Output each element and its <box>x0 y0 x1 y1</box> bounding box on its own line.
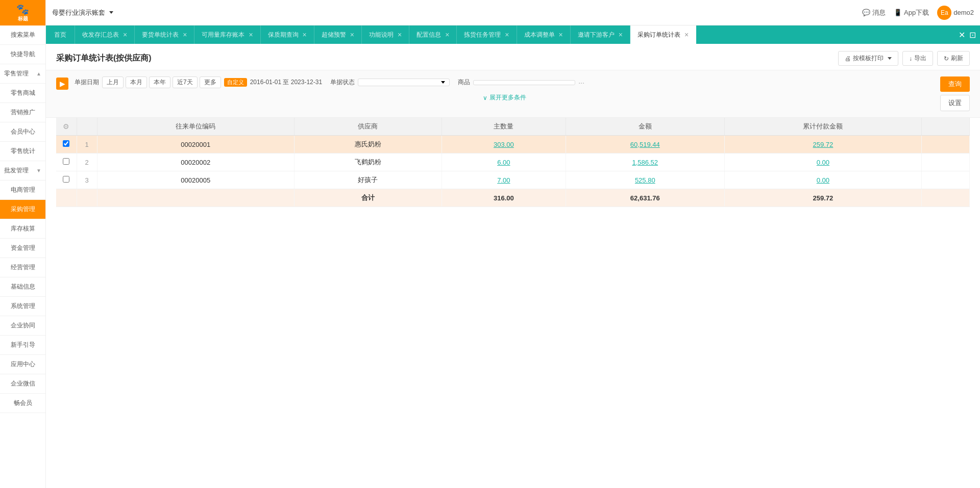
td-amount-2[interactable]: 1,586.52 <box>566 153 724 171</box>
goods-more-icon[interactable]: ··· <box>578 79 584 87</box>
summary-row: 合计 316.00 62,631.76 259.72 <box>56 189 970 207</box>
sidebar-item-operations[interactable]: 经营管理 <box>0 258 45 277</box>
amount-link-2[interactable]: 1,586.52 <box>632 159 658 166</box>
td-paid-2[interactable]: 0.00 <box>724 153 921 171</box>
quantity-link-1[interactable]: 303.00 <box>494 141 514 148</box>
sidebar-item-enterprise-wechat[interactable]: 企业微信 <box>0 374 45 394</box>
row-checkbox-2[interactable] <box>63 158 69 165</box>
setting-btn[interactable]: 设置 <box>940 95 970 111</box>
sidebar-item-wholesale[interactable]: 批发管理 ▼ <box>0 161 45 181</box>
column-settings-icon[interactable]: ⚙ <box>63 122 69 131</box>
tab-invite-downstream-close-icon[interactable]: × <box>619 31 623 39</box>
app-download-btn[interactable]: 📱 App下载 <box>894 8 929 17</box>
sidebar-item-shortcut[interactable]: 快捷导航 <box>0 45 45 64</box>
row-checkbox-3[interactable] <box>63 176 69 183</box>
goods-input[interactable] <box>473 80 575 85</box>
sidebar-item-stock[interactable]: 库存核算 <box>0 219 45 239</box>
user-profile[interactable]: Ea demo2 <box>937 6 974 20</box>
print-btn[interactable]: 🖨 按模板打印 <box>838 51 898 66</box>
tab-goods-stats-close-icon[interactable]: × <box>183 31 187 39</box>
tab-cost-adjust-close-icon[interactable]: × <box>559 31 563 39</box>
tab-config-info[interactable]: 配置信息 × <box>409 25 457 44</box>
sidebar-item-purchase[interactable]: 采购管理 <box>0 200 45 219</box>
row-checkbox-1[interactable] <box>63 140 69 147</box>
tab-pick-task-close-icon[interactable]: × <box>505 31 509 39</box>
message-label: 消息 <box>872 8 886 17</box>
td-amount-1[interactable]: 60,519.44 <box>566 136 724 153</box>
message-btn[interactable]: 💬 消息 <box>862 8 886 17</box>
date-btn-more[interactable]: 更多 <box>200 76 221 88</box>
collapse-toggle-icon[interactable]: ▶ <box>56 78 68 90</box>
sidebar-item-basic[interactable]: 基础信息 <box>0 277 45 297</box>
sidebar-item-marketing[interactable]: 营销推广 <box>0 103 45 122</box>
sidebar-item-system[interactable]: 系统管理 <box>0 297 45 316</box>
sidebar-item-enterprise-collab[interactable]: 企业协同 <box>0 316 45 336</box>
paid-link-3[interactable]: 0.00 <box>817 176 829 184</box>
td-quantity-2[interactable]: 6.00 <box>442 153 566 171</box>
sidebar-item-retail-stats[interactable]: 零售统计 <box>0 142 45 161</box>
date-btn-this-month[interactable]: 本月 <box>126 76 147 88</box>
print-icon: 🖨 <box>845 55 851 62</box>
td-checkbox-3[interactable] <box>56 171 77 189</box>
sidebar: 🐾 标题 搜索菜单 快捷导航 零售管理 ▲ 零售商城 营销推广 会员中心 零售统… <box>0 0 46 488</box>
date-btn-7days[interactable]: 近7天 <box>173 76 198 88</box>
query-btn[interactable]: 查询 <box>940 76 970 92</box>
sidebar-item-finance[interactable]: 资金管理 <box>0 239 45 258</box>
tab-purchase-stats-close-icon[interactable]: × <box>684 31 689 39</box>
tab-config-info-close-icon[interactable]: × <box>445 31 449 39</box>
tab-available-stock[interactable]: 可用量库存账本 × <box>194 25 260 44</box>
status-select[interactable] <box>358 79 450 86</box>
sidebar-item-search[interactable]: 搜索菜单 <box>0 25 45 45</box>
table-row[interactable]: 3 00020005 好孩子 7.00 525.80 0.00 <box>56 171 970 189</box>
tab-function-desc[interactable]: 功能说明 × <box>362 25 409 44</box>
tab-over-stock[interactable]: 超储预警 × <box>314 25 362 44</box>
export-btn[interactable]: ↓ 导出 <box>902 51 933 66</box>
td-amount-3[interactable]: 525.80 <box>566 171 724 189</box>
paid-link-1[interactable]: 259.72 <box>813 141 834 148</box>
td-paid-3[interactable]: 0.00 <box>724 171 921 189</box>
tab-expiry-query[interactable]: 保质期查询 × <box>261 25 314 44</box>
tab-function-desc-close-icon[interactable]: × <box>398 31 402 39</box>
paid-link-2[interactable]: 0.00 <box>817 159 829 166</box>
sidebar-item-member[interactable]: 会员中心 <box>0 122 45 142</box>
filter-toggle-btn[interactable]: ▶ <box>56 78 68 90</box>
tab-available-stock-close-icon[interactable]: × <box>249 31 253 39</box>
date-btn-this-year[interactable]: 本年 <box>149 76 170 88</box>
tab-collect-pay-close-icon[interactable]: × <box>123 31 127 39</box>
tab-cost-adjust[interactable]: 成本调整单 × <box>517 25 571 44</box>
td-checkbox-2[interactable] <box>56 153 77 171</box>
tab-purchase-stats[interactable]: 采购订单统计表 × <box>630 25 696 44</box>
tab-home[interactable]: 首页 <box>46 25 75 44</box>
sidebar-item-app-center[interactable]: 应用中心 <box>0 355 45 374</box>
tab-pick-task[interactable]: 拣货任务管理 × <box>457 25 517 44</box>
refresh-btn[interactable]: ↻ 刷新 <box>937 51 970 66</box>
td-quantity-1[interactable]: 303.00 <box>442 136 566 153</box>
tab-restore-icon[interactable]: ⊡ <box>969 30 976 40</box>
sidebar-item-retail-mall[interactable]: 零售商城 <box>0 84 45 103</box>
td-paid-1[interactable]: 259.72 <box>724 136 921 153</box>
tab-collect-pay[interactable]: 收发存汇总表 × <box>75 25 135 44</box>
th-empty <box>922 118 970 136</box>
tab-goods-stats[interactable]: 要货单统计表 × <box>135 25 194 44</box>
date-btn-last-month[interactable]: 上月 <box>102 76 124 88</box>
table-row[interactable]: 2 00020002 飞鹤奶粉 6.00 1,586.52 0.00 <box>56 153 970 171</box>
account-dropdown[interactable]: 母婴行业演示账套 <box>52 8 113 17</box>
sidebar-item-retail[interactable]: 零售管理 ▲ <box>0 64 45 84</box>
amount-link-3[interactable]: 525.80 <box>635 176 655 184</box>
tab-over-stock-close-icon[interactable]: × <box>350 31 354 39</box>
avatar-initials: Ea <box>941 9 948 16</box>
amount-link-1[interactable]: 60,519.44 <box>630 141 660 148</box>
tab-close-all-icon[interactable]: ✕ <box>959 30 965 40</box>
td-quantity-3[interactable]: 7.00 <box>442 171 566 189</box>
sidebar-item-ecommerce[interactable]: 电商管理 <box>0 181 45 200</box>
tab-invite-downstream[interactable]: 邀请下游客户 × <box>571 25 630 44</box>
td-checkbox-1[interactable] <box>56 136 77 153</box>
table-row[interactable]: 1 00020001 惠氏奶粉 303.00 60,519.44 259.72 <box>56 136 970 153</box>
sidebar-item-new-guide[interactable]: 新手引导 <box>0 336 45 355</box>
quantity-link-3[interactable]: 7.00 <box>497 176 510 184</box>
expand-more-btn[interactable]: ∨ 展开更多条件 <box>483 93 526 102</box>
sidebar-item-vip[interactable]: 畅会员 <box>0 394 45 413</box>
page-header-actions: 🖨 按模板打印 ↓ 导出 ↻ 刷新 <box>838 51 970 66</box>
tab-expiry-query-close-icon[interactable]: × <box>303 31 307 39</box>
quantity-link-2[interactable]: 6.00 <box>497 159 510 166</box>
